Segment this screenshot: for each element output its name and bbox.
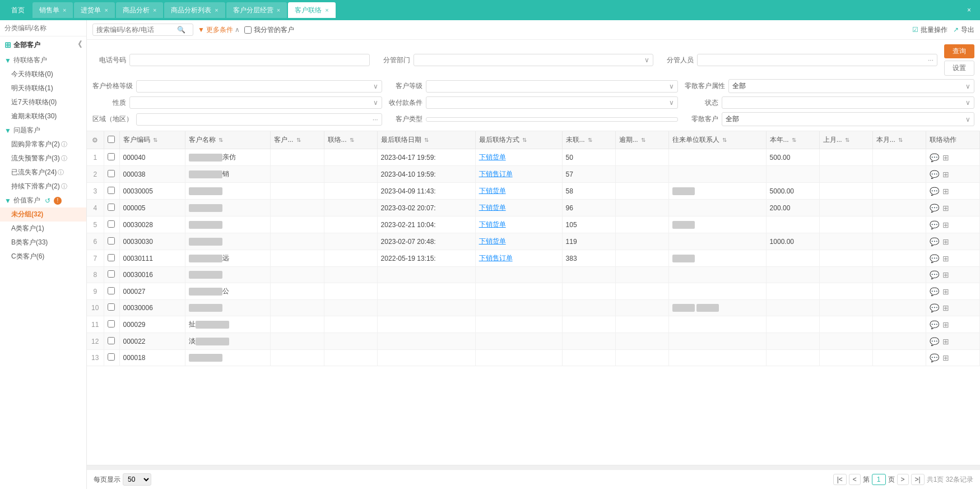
sidebar-item-7days-pending[interactable]: 近7天待联络(0): [0, 95, 86, 109]
row-checkbox-cell[interactable]: [104, 233, 119, 250]
close-purchase-icon[interactable]: ×: [104, 7, 108, 13]
close-sales-icon[interactable]: ×: [63, 7, 66, 13]
prev-page-button[interactable]: <: [849, 474, 861, 485]
close-customer-segment-icon[interactable]: ×: [277, 7, 280, 13]
sidebar-search-box[interactable]: 🔍: [0, 20, 86, 36]
row-checkbox-cell[interactable]: [104, 283, 119, 300]
message-icon[interactable]: 💬: [930, 220, 939, 229]
row-checkbox-cell[interactable]: [104, 149, 119, 166]
horizontal-scrollbar[interactable]: [87, 465, 980, 469]
retail-customer-select[interactable]: 全部 ∨: [722, 112, 974, 126]
first-page-button[interactable]: |<: [833, 474, 847, 485]
customer-type-select[interactable]: [426, 117, 679, 122]
message-icon[interactable]: 💬: [930, 337, 939, 346]
sidebar-search-input[interactable]: [4, 24, 87, 32]
payment-select[interactable]: ∨: [426, 96, 679, 109]
last-contact-method-link[interactable]: 下销货单: [479, 237, 506, 245]
more-icon[interactable]: ⊞: [942, 254, 949, 263]
sidebar-collapse-icon[interactable]: 《: [74, 40, 82, 50]
search-box[interactable]: 🔍: [92, 24, 193, 36]
row-checkbox-cell[interactable]: [104, 216, 119, 233]
sidebar-item-declining[interactable]: 持续下滑客户(2) ⓘ: [0, 179, 86, 193]
more-icon[interactable]: ⊞: [942, 353, 949, 362]
message-icon[interactable]: 💬: [930, 303, 939, 312]
more-icon[interactable]: ⊞: [942, 220, 949, 229]
region-input[interactable]: ···: [136, 113, 382, 126]
row-last-contact-method[interactable]: 下销货单: [475, 183, 562, 200]
query-button[interactable]: 查询: [944, 44, 974, 58]
gender-select[interactable]: ∨: [129, 96, 382, 109]
last-contact-method-link[interactable]: 下销货单: [479, 153, 506, 161]
dept-select[interactable]: ∨: [414, 54, 654, 66]
more-icon[interactable]: ⊞: [942, 153, 949, 162]
row-checkbox-cell[interactable]: [104, 183, 119, 200]
sidebar-item-a-class[interactable]: A类客户(1): [0, 222, 86, 236]
row-checkbox[interactable]: [108, 204, 115, 211]
last-contact-method-link[interactable]: 下销货单: [479, 220, 506, 228]
more-icon[interactable]: ⊞: [942, 187, 949, 196]
per-page-select[interactable]: 50 20 100: [123, 473, 151, 486]
nav-tab-customer-segment[interactable]: 客户分层经营 ×: [226, 2, 287, 18]
more-icon[interactable]: ⊞: [942, 170, 949, 179]
sidebar-item-churn-warning[interactable]: 流失预警客户(3) ⓘ: [0, 151, 86, 165]
reset-button[interactable]: 设置: [944, 61, 974, 76]
more-filter-button[interactable]: ▼ 更多条件 ∧: [198, 25, 240, 35]
my-customers-checkbox[interactable]: [244, 26, 252, 34]
sidebar-item-b-class[interactable]: B类客户(33): [0, 236, 86, 250]
last-contact-method-link[interactable]: 下销货单: [479, 204, 506, 211]
more-icon[interactable]: ⊞: [942, 303, 949, 312]
row-last-contact-method[interactable]: 下销售订单: [475, 166, 562, 183]
row-checkbox-cell[interactable]: [104, 267, 119, 283]
customer-level-select[interactable]: ∨: [426, 80, 679, 93]
nav-tab-product-analysis[interactable]: 商品分析 ×: [116, 2, 163, 18]
nav-tab-product-analysis-list[interactable]: 商品分析列表 ×: [164, 2, 225, 18]
message-icon[interactable]: 💬: [930, 353, 939, 362]
row-checkbox[interactable]: [108, 337, 115, 344]
row-checkbox-cell[interactable]: [104, 166, 119, 183]
main-search-input[interactable]: [96, 26, 175, 34]
row-checkbox-cell[interactable]: [104, 350, 119, 366]
row-last-contact-method[interactable]: 下销货单: [475, 200, 562, 216]
row-checkbox-cell[interactable]: [104, 316, 119, 333]
row-last-contact-method[interactable]: 下销货单: [475, 149, 562, 166]
nav-tab-customer-contact[interactable]: 客户联络 ×: [288, 2, 335, 18]
next-page-button[interactable]: >: [897, 474, 909, 485]
sidebar-item-abnormal[interactable]: 固购异常客户(2) ⓘ: [0, 137, 86, 151]
row-last-contact-method[interactable]: 下销货单: [475, 216, 562, 233]
close-product-analysis-icon[interactable]: ×: [153, 7, 156, 13]
nav-tab-purchase[interactable]: 进货单 ×: [74, 2, 114, 18]
nav-tab-home[interactable]: 首页: [4, 2, 31, 18]
last-contact-method-link[interactable]: 下销货单: [479, 187, 506, 195]
message-icon[interactable]: 💬: [930, 237, 939, 246]
row-checkbox[interactable]: [108, 353, 115, 361]
row-checkbox[interactable]: [108, 320, 115, 327]
message-icon[interactable]: 💬: [930, 254, 939, 263]
price-level-select[interactable]: ∨: [136, 80, 382, 93]
sidebar-item-overdue-pending[interactable]: 逾期未联络(30): [0, 109, 86, 123]
message-icon[interactable]: 💬: [930, 287, 939, 296]
last-page-button[interactable]: >|: [911, 474, 925, 485]
main-search-icon[interactable]: 🔍: [177, 26, 185, 34]
row-checkbox[interactable]: [108, 220, 115, 228]
value-refresh-icon[interactable]: ↺: [45, 197, 50, 205]
close-window-icon[interactable]: ×: [963, 6, 976, 14]
message-icon[interactable]: 💬: [930, 270, 939, 279]
close-customer-contact-icon[interactable]: ×: [325, 7, 328, 13]
row-checkbox[interactable]: [108, 254, 115, 261]
last-contact-method-link[interactable]: 下销售订单: [479, 170, 513, 178]
more-icon[interactable]: ⊞: [942, 237, 949, 246]
sidebar-item-c-class[interactable]: C类客户(6): [0, 250, 86, 264]
more-icon[interactable]: ⊞: [942, 270, 949, 279]
row-checkbox[interactable]: [108, 187, 115, 194]
more-icon[interactable]: ⊞: [942, 337, 949, 346]
row-last-contact-method[interactable]: 下销售订单: [475, 250, 562, 267]
message-icon[interactable]: 💬: [930, 187, 939, 196]
message-icon[interactable]: 💬: [930, 204, 939, 213]
manager-input[interactable]: ···: [697, 54, 937, 66]
row-checkbox[interactable]: [108, 303, 115, 311]
sidebar-item-churned[interactable]: 已流失客户(24) ⓘ: [0, 165, 86, 179]
message-icon[interactable]: 💬: [930, 153, 939, 162]
message-icon[interactable]: 💬: [930, 320, 939, 329]
row-checkbox[interactable]: [108, 170, 115, 177]
sidebar-item-today-pending[interactable]: 今天待联络(0): [0, 67, 86, 81]
